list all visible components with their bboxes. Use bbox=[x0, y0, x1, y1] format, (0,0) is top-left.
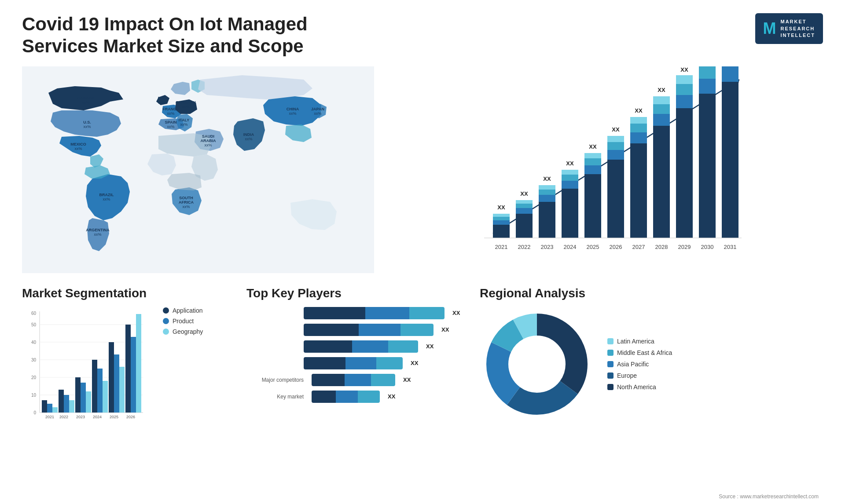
logo: M MARKET RESEARCH INTELLECT bbox=[755, 13, 823, 44]
bar-seg-1-3 bbox=[409, 307, 445, 319]
regional-analysis: Regional Analysis bbox=[480, 286, 823, 453]
canada-label: CANADA bbox=[77, 96, 95, 100]
svg-rect-50 bbox=[630, 143, 647, 238]
svg-rect-41 bbox=[584, 165, 601, 174]
bar-seg-4-1 bbox=[304, 357, 345, 369]
player-xx-3: XX bbox=[426, 343, 434, 350]
svg-text:2022: 2022 bbox=[518, 244, 531, 250]
svg-rect-56 bbox=[653, 114, 670, 126]
us-label: U.S. bbox=[83, 120, 91, 124]
bar-seg-6-2 bbox=[336, 391, 358, 403]
svg-text:xx%: xx% bbox=[314, 111, 321, 116]
svg-rect-112 bbox=[109, 342, 114, 413]
asia-color bbox=[607, 361, 614, 367]
china-label: CHINA bbox=[287, 107, 299, 111]
svg-rect-100 bbox=[59, 390, 64, 413]
svg-rect-58 bbox=[653, 96, 670, 104]
svg-rect-48 bbox=[607, 136, 624, 142]
germany-label: GERMANY bbox=[176, 100, 196, 105]
svg-rect-118 bbox=[136, 314, 141, 413]
player-bar-track-6 bbox=[312, 391, 380, 403]
player-row-5: Major competitors XX bbox=[246, 374, 467, 386]
svg-text:xx%: xx% bbox=[83, 124, 91, 129]
svg-rect-101 bbox=[64, 395, 69, 413]
europe-color bbox=[607, 373, 614, 379]
saudi-label: SAUDI bbox=[202, 134, 214, 139]
svg-text:2021: 2021 bbox=[45, 415, 54, 419]
svg-text:AFRICA: AFRICA bbox=[179, 200, 194, 205]
legend-europe: Europe bbox=[607, 372, 672, 379]
svg-text:xx%: xx% bbox=[289, 111, 296, 116]
svg-rect-105 bbox=[81, 383, 86, 413]
seg-chart-wrapper: 0 10 20 30 40 50 60 bbox=[22, 307, 233, 430]
bar-seg-1-2 bbox=[365, 307, 409, 319]
svg-rect-113 bbox=[114, 354, 119, 413]
svg-point-125 bbox=[511, 338, 563, 391]
south-africa-label: SOUTH bbox=[179, 196, 193, 200]
player-bar-track-1 bbox=[304, 307, 445, 319]
svg-rect-60 bbox=[676, 108, 693, 238]
svg-rect-21 bbox=[493, 220, 510, 225]
svg-rect-67 bbox=[699, 66, 716, 79]
svg-text:xx%: xx% bbox=[158, 100, 165, 105]
svg-rect-52 bbox=[630, 124, 647, 132]
svg-rect-51 bbox=[630, 132, 647, 143]
svg-text:xx%: xx% bbox=[82, 100, 89, 105]
svg-rect-20 bbox=[493, 225, 510, 238]
svg-text:2029: 2029 bbox=[678, 244, 691, 250]
player-label-5: Major competitors bbox=[246, 377, 304, 383]
geography-dot bbox=[163, 329, 169, 335]
svg-text:xx%: xx% bbox=[167, 111, 174, 116]
svg-text:xx%: xx% bbox=[204, 143, 212, 147]
world-map: CANADA xx% U.S. xx% MEXICO xx% BRAZIL xx… bbox=[22, 66, 374, 273]
bar-seg-1-1 bbox=[304, 307, 365, 319]
player-xx-2: XX bbox=[441, 326, 449, 333]
svg-rect-23 bbox=[493, 214, 510, 217]
svg-rect-65 bbox=[699, 94, 716, 238]
legend-asia-pacific: Asia Pacific bbox=[607, 361, 672, 368]
svg-text:XX: XX bbox=[680, 66, 688, 73]
svg-text:xx%: xx% bbox=[180, 122, 187, 127]
svg-text:10: 10 bbox=[31, 393, 37, 398]
market-seg-title: Market Segmentation bbox=[22, 286, 233, 300]
player-xx-5: XX bbox=[403, 376, 411, 383]
bar-seg-4-2 bbox=[345, 357, 376, 369]
top-players-title: Top Key Players bbox=[246, 286, 467, 300]
svg-rect-109 bbox=[97, 369, 103, 413]
svg-rect-40 bbox=[584, 174, 601, 238]
svg-text:XX: XX bbox=[566, 160, 574, 167]
svg-text:XX: XX bbox=[520, 190, 528, 197]
svg-text:xx%: xx% bbox=[245, 137, 252, 141]
france-label: FRANCE bbox=[162, 107, 179, 111]
legend-geography: Geography bbox=[163, 328, 203, 335]
legend-mea: Middle East & Africa bbox=[607, 349, 672, 356]
svg-rect-98 bbox=[52, 407, 58, 413]
bar-seg-3-2 bbox=[352, 340, 388, 353]
bar-seg-5-2 bbox=[345, 374, 371, 386]
svg-text:XX: XX bbox=[497, 204, 505, 211]
player-label-6: Key market bbox=[246, 394, 304, 400]
svg-rect-110 bbox=[103, 381, 108, 413]
svg-text:XX: XX bbox=[612, 126, 620, 133]
svg-text:XX: XX bbox=[658, 87, 665, 93]
top-section: CANADA xx% U.S. xx% MEXICO xx% BRAZIL xx… bbox=[22, 66, 823, 273]
page-title: Covid 19 Impact On Iot Managed Services … bbox=[22, 13, 330, 58]
svg-text:2031: 2031 bbox=[724, 244, 737, 250]
svg-rect-28 bbox=[516, 200, 533, 204]
svg-rect-47 bbox=[607, 142, 624, 150]
svg-rect-102 bbox=[69, 400, 74, 413]
svg-rect-22 bbox=[493, 217, 510, 220]
india-label: INDIA bbox=[243, 132, 254, 137]
japan-label: JAPAN bbox=[311, 107, 324, 111]
player-xx-1: XX bbox=[452, 310, 460, 316]
svg-rect-62 bbox=[676, 84, 693, 95]
bar-chart: XX XX XX XX bbox=[392, 66, 823, 273]
svg-text:xx%: xx% bbox=[74, 146, 82, 151]
player-bar-track-5 bbox=[312, 374, 395, 386]
svg-rect-108 bbox=[92, 360, 97, 413]
svg-text:2026: 2026 bbox=[610, 244, 622, 250]
bottom-section: Market Segmentation 0 10 20 30 40 50 60 bbox=[22, 286, 823, 453]
na-color bbox=[607, 384, 614, 390]
svg-text:20: 20 bbox=[31, 375, 37, 380]
svg-text:50: 50 bbox=[31, 322, 37, 327]
